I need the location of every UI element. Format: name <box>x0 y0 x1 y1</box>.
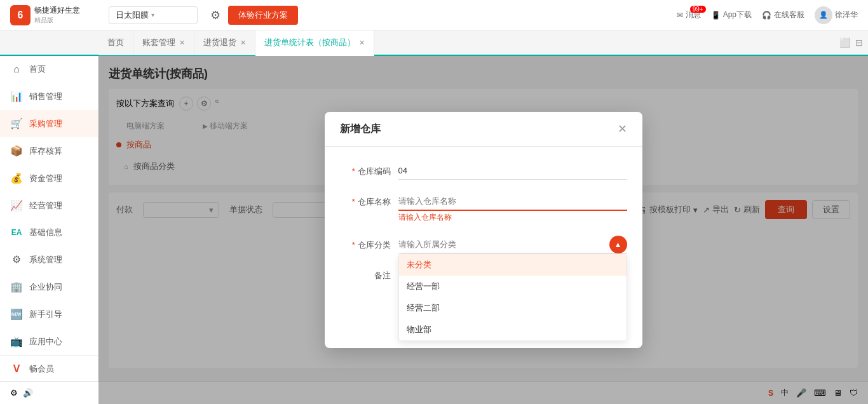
member-icon: V <box>10 363 23 375</box>
bottom-speaker-icon[interactable]: 🔊 <box>23 388 33 398</box>
sidebar-item-home[interactable]: ⌂ 首页 <box>0 56 98 83</box>
code-row: * 仓库编码 <box>340 162 627 180</box>
app-download-label: App下载 <box>723 10 752 20</box>
sidebar-member-label: 畅会员 <box>29 363 54 375</box>
sidebar-item-finance[interactable]: 💰 资金管理 <box>0 165 98 192</box>
try-button[interactable]: 体验行业方案 <box>228 6 298 25</box>
store-dropdown-arrow: ▾ <box>151 11 154 18</box>
edition-label: 精品版 <box>34 16 80 25</box>
name-label: * 仓库名称 <box>340 192 391 208</box>
appcenter-icon: 📺 <box>10 335 23 347</box>
dialog-close-btn[interactable]: ✕ <box>618 122 627 136</box>
message-badge: 99+ <box>690 6 706 13</box>
tab-bar: 首页 账套管理 ✕ 进货退货 ✕ 进货单统计表（按商品） ✕ ⬜ ⊟ <box>0 30 868 56</box>
app-download-btn[interactable]: 📱 App下载 <box>711 10 752 20</box>
message-btn[interactable]: ✉ 消息 99+ <box>677 10 701 20</box>
content-area: 进货单统计(按商品) 按以下方案查询 + ⚙ « 电脑端方案 按商品 <box>98 56 868 404</box>
dialog-body: * 仓库编码 * 仓库名称 <box>325 147 642 311</box>
sidebar-item-inventory[interactable]: 📦 库存核算 <box>0 137 98 165</box>
gear-icon[interactable]: ⚙ <box>210 8 220 22</box>
notes-label: 备注 <box>340 266 391 281</box>
finance-icon: 💰 <box>10 172 23 184</box>
operations-icon: 📈 <box>10 199 23 212</box>
avatar: 👤 <box>815 6 832 24</box>
sidebar: ⌂ 首页 📊 销售管理 🛒 采购管理 📦 库存核算 💰 资金管理 📈 经营管理 … <box>0 56 98 404</box>
sidebar-item-purchase[interactable]: 🛒 采购管理 <box>0 110 98 137</box>
system-icon: ⚙ <box>10 253 23 266</box>
sidebar-guide-label: 新手引导 <box>29 309 62 320</box>
guide-icon: 🆕 <box>10 308 23 320</box>
code-input[interactable] <box>398 162 627 180</box>
top-middle: ⚙ 体验行业方案 <box>198 6 677 25</box>
tab-account-label: 账套管理 <box>142 37 175 48</box>
sidebar-inventory-label: 库存核算 <box>29 145 62 157</box>
top-right: ✉ 消息 99+ 📱 App下载 🎧 在线客服 👤 徐泽华 <box>677 6 858 24</box>
dropdown-item-ops1[interactable]: 经营一部 <box>399 276 627 297</box>
tab-purchase-stats-close[interactable]: ✕ <box>359 39 365 47</box>
sidebar-item-member[interactable]: V 畅会员 <box>0 356 98 382</box>
purchase-icon: 🛒 <box>10 118 23 130</box>
tab-bar-right: ⬜ ⊟ <box>839 37 868 48</box>
tab-purchase-return-close[interactable]: ✕ <box>240 39 246 47</box>
tab-home[interactable]: 首页 <box>98 30 133 55</box>
sidebar-item-basic[interactable]: EA 基础信息 <box>0 219 98 246</box>
sidebar-item-sales[interactable]: 📊 销售管理 <box>0 83 98 110</box>
user-area[interactable]: 👤 徐泽华 <box>815 6 858 24</box>
dropdown-item-ops2[interactable]: 经营二部 <box>399 297 627 319</box>
inventory-icon: 📦 <box>10 145 23 157</box>
category-dropdown: 未分类 经营一部 经营二部 物业部 <box>398 253 627 341</box>
tab-account[interactable]: 账套管理 ✕ <box>133 30 194 55</box>
category-row: * 仓库分类 ▲ 未分类 经营一部 经营二部 物业部 <box>340 236 627 253</box>
top-bar: 6 畅捷通好生意 精品版 日太阳膜 ▾ ⚙ 体验行业方案 ✉ 消息 99+ 📱 … <box>0 0 868 30</box>
sidebar-basic-label: 基础信息 <box>29 227 62 238</box>
app-logo: 6 <box>10 5 31 25</box>
enterprise-icon: 🏢 <box>10 281 23 293</box>
sidebar-operations-label: 经营管理 <box>29 200 62 212</box>
bottom-left: ⚙ 🔊 <box>10 388 33 398</box>
tab-home-label: 首页 <box>107 37 124 48</box>
name-error-msg: 请输入仓库名称 <box>398 212 627 223</box>
sidebar-item-guide[interactable]: 🆕 新手引导 <box>0 300 98 328</box>
sidebar-item-system[interactable]: ⚙ 系统管理 <box>0 246 98 273</box>
tab-purchase-stats[interactable]: 进货单统计表（按商品） ✕ <box>255 30 374 56</box>
sidebar-finance-label: 资金管理 <box>29 173 62 184</box>
online-service-label: 在线客服 <box>774 10 804 20</box>
tab-fullscreen-btn[interactable]: ⊟ <box>855 37 863 48</box>
tab-collapse-btn[interactable]: ⬜ <box>839 37 850 48</box>
tab-account-close[interactable]: ✕ <box>179 39 185 47</box>
logo-area: 6 畅捷通好生意 精品版 <box>10 5 109 25</box>
name-input[interactable] <box>398 192 627 211</box>
home-icon: ⌂ <box>10 64 23 75</box>
tab-purchase-return-label: 进货退货 <box>203 37 236 48</box>
tab-purchase-return[interactable]: 进货退货 ✕ <box>194 30 255 55</box>
sidebar-enterprise-label: 企业协同 <box>29 281 62 293</box>
dropdown-item-property[interactable]: 物业部 <box>399 319 627 340</box>
sidebar-item-operations[interactable]: 📈 经营管理 <box>0 192 98 219</box>
code-label: * 仓库编码 <box>340 162 391 177</box>
category-input[interactable] <box>398 236 627 253</box>
dialog-title: 新增仓库 <box>340 123 381 136</box>
category-dropdown-btn[interactable]: ▲ <box>609 236 627 253</box>
headset-icon: 🎧 <box>762 11 771 20</box>
store-selector[interactable]: 日太阳膜 ▾ <box>109 6 198 24</box>
category-label: * 仓库分类 <box>340 236 391 251</box>
dialog-header: 新增仓库 ✕ <box>325 112 642 147</box>
sales-icon: 📊 <box>10 90 23 102</box>
sidebar-item-enterprise[interactable]: 🏢 企业协同 <box>0 273 98 300</box>
name-row: * 仓库名称 请输入仓库名称 <box>340 192 627 223</box>
dialog-overlay: 新增仓库 ✕ * 仓库编码 <box>98 56 868 404</box>
name-input-wrap: 请输入仓库名称 <box>398 192 627 223</box>
new-warehouse-dialog: 新增仓库 ✕ * 仓库编码 <box>325 112 642 348</box>
main-layout: ⌂ 首页 📊 销售管理 🛒 采购管理 📦 库存核算 💰 资金管理 📈 经营管理 … <box>0 56 868 404</box>
sidebar-item-appcenter[interactable]: 📺 应用中心 <box>0 328 98 355</box>
online-service-btn[interactable]: 🎧 在线客服 <box>762 10 804 20</box>
bottom-settings-icon[interactable]: ⚙ <box>10 388 18 398</box>
message-icon: ✉ <box>677 11 683 20</box>
sidebar-sales-label: 销售管理 <box>29 91 62 102</box>
sidebar-system-label: 系统管理 <box>29 254 62 266</box>
username: 徐泽华 <box>835 10 858 20</box>
sidebar-appcenter-label: 应用中心 <box>29 336 62 347</box>
store-name: 日太阳膜 <box>116 10 149 21</box>
basic-icon: EA <box>10 228 23 237</box>
dropdown-item-uncategorized[interactable]: 未分类 <box>399 254 627 276</box>
